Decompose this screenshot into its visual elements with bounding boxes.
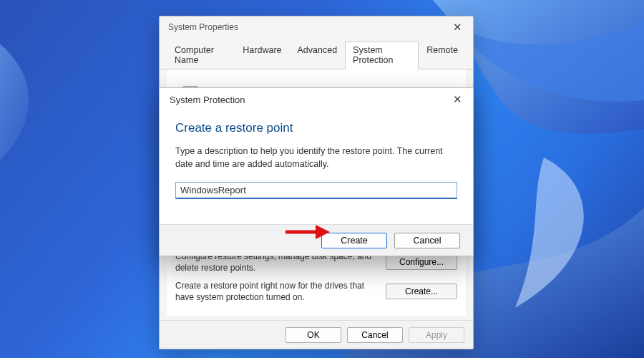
create-restore-point-button[interactable]: Create... xyxy=(386,284,457,299)
modal-body-text: Type a description to help you identify … xyxy=(175,145,457,170)
modal-cancel-button[interactable]: Cancel xyxy=(394,233,460,248)
configure-button[interactable]: Configure... xyxy=(386,254,457,270)
modal-create-button[interactable]: Create xyxy=(321,233,387,248)
dialog-button-bar: OK Cancel Apply xyxy=(160,320,473,349)
tab-computer-name[interactable]: Computer Name xyxy=(167,42,235,69)
tab-hardware[interactable]: Hardware xyxy=(235,42,289,69)
restore-point-description-input[interactable] xyxy=(175,182,457,199)
apply-button: Apply xyxy=(409,327,464,343)
ok-button[interactable]: OK xyxy=(286,327,341,343)
cancel-button[interactable]: Cancel xyxy=(347,327,403,343)
system-properties-title: System Properties xyxy=(168,22,238,32)
system-properties-titlebar[interactable]: System Properties ✕ xyxy=(160,16,473,38)
tab-system-protection[interactable]: System Protection xyxy=(345,42,419,69)
tab-bar: Computer Name Hardware Advanced System P… xyxy=(160,38,473,69)
modal-heading: Create a restore point xyxy=(175,121,457,135)
svg-marker-5 xyxy=(316,225,330,239)
close-icon[interactable]: ✕ xyxy=(447,93,467,106)
modal-title: System Protection xyxy=(170,95,245,105)
tab-remote[interactable]: Remote xyxy=(419,42,466,69)
close-icon[interactable]: ✕ xyxy=(447,21,467,34)
tab-advanced[interactable]: Advanced xyxy=(290,42,346,69)
create-restore-point-titlebar[interactable]: System Protection ✕ xyxy=(160,88,473,111)
annotation-arrow-icon xyxy=(284,223,330,241)
create-description: Create a restore point right now for the… xyxy=(175,280,377,303)
